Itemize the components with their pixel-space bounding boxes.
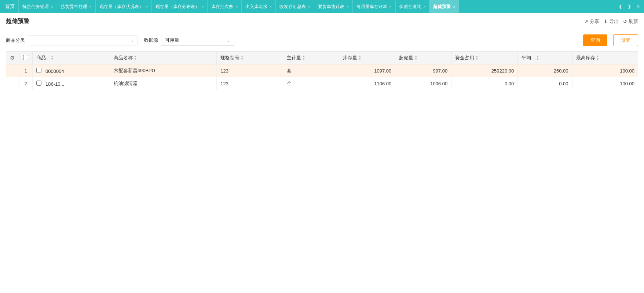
nav-close-button[interactable]: ✕ [634,0,643,13]
export-button[interactable]: ⬇ 导出 [604,18,619,25]
sort-icon-overstock: ▲▼ [414,55,417,61]
export-icon: ⬇ [604,19,608,24]
row-spec-0: 123 [217,64,283,77]
datasource-chevron-icon: ⌄ [227,38,230,43]
row-code-1: 186-10... [32,77,110,90]
row-max-stock-0: 100.00 [572,64,638,77]
th-avg: 平均... ▲▼ [518,52,572,64]
row-stock-1: 1106.00 [339,77,395,90]
nav-tab-overstock-alert[interactable]: 超储预警× [429,0,459,13]
nav-tab-available-ledger[interactable]: 可用量库存账本× [353,0,396,13]
row-unit-0: 套 [283,64,339,77]
sort-icon-max-stock: ▲▼ [596,55,599,61]
share-icon: ↗ [584,19,588,24]
close-tab-recv-summary-icon[interactable]: × [308,5,310,9]
close-tab-overstock-alert-icon[interactable]: × [453,5,455,9]
sort-icon-stock: ▲▼ [358,55,361,61]
page-title: 超储预警 [6,18,29,25]
table-header-row: ⚙ 商品... ▲▼ 商品名称 ▲▼ [6,52,638,64]
nav-arrows: ❮ ❯ ✕ [616,0,643,13]
share-button[interactable]: ↗ 分享 [584,18,599,25]
nav-tab-inventory-status[interactable]: 现存量（库存状况表）× [96,0,152,13]
th-spec: 规格型号 ▲▼ [217,52,283,64]
nav-tab-quality-check[interactable]: 保质期查询× [396,0,430,13]
table-row: 1 0000004 六配套新昌490BPG 123 套 1097.00 997.… [6,64,638,77]
row-checkbox-1[interactable] [36,81,41,86]
category-label: 商品分类 [6,37,25,44]
close-tab-task-mgmt-icon[interactable]: × [51,5,53,9]
select-all-checkbox[interactable] [23,55,28,60]
query-button[interactable]: 查询 [583,34,607,46]
header-actions: ↗ 分享 ⬇ 导出 ↺ 刷新 [584,18,638,25]
datasource-label: 数据源 [144,37,158,44]
th-unit: 主计量 ▲▼ [283,52,339,64]
close-tab-batch-icon[interactable]: × [235,5,238,9]
row-unit-1: 个 [283,77,339,90]
row-checkbox-0[interactable] [36,68,41,73]
nav-tab-abnormal[interactable]: 拣货异常处理× [57,0,96,13]
close-tab-inout-flow-icon[interactable]: × [270,5,272,9]
category-select-value [32,38,33,43]
table-container: ⚙ 商品... ▲▼ 商品名称 ▲▼ [0,51,644,90]
category-filter: 商品分类 ⌄ [6,36,138,45]
th-overstock: 超储量 ▲▼ [395,52,451,64]
category-chevron-icon: ⌄ [131,38,134,43]
th-name: 商品名称 ▲▼ [110,52,217,64]
row-gear-1 [6,77,19,90]
datasource-select[interactable]: 可用量 ⌄ [161,35,234,46]
close-tab-abnormal-icon[interactable]: × [89,5,92,9]
row-overstock-1: 1006.00 [395,77,451,90]
close-tab-inventory-dist-icon[interactable]: × [202,5,204,9]
page-content: 超储预警 ↗ 分享 ⬇ 导出 ↺ 刷新 商品分类 ⌄ 数据源 [0,13,644,293]
settings-button[interactable]: 设置 [613,34,638,46]
row-capital-1: 0.00 [451,77,518,90]
refresh-button[interactable]: ↺ 刷新 [623,18,638,25]
th-checkbox [19,52,32,64]
category-select[interactable]: ⌄ [28,36,138,45]
th-code: 商品... ▲▼ [32,52,110,64]
page-header: 超储预警 ↗ 分享 ⬇ 导出 ↺ 刷新 [0,13,644,29]
nav-tab-inventory-dist[interactable]: 现存量（库存分布表）× [152,0,208,13]
sort-icon-unit: ▲▼ [302,55,305,61]
row-gear-0 [6,64,19,77]
table-gear-icon[interactable]: ⚙ [10,55,15,61]
row-stock-0: 1097.00 [339,64,395,77]
row-name-0: 六配套新昌490BPG [110,64,217,77]
row-code-0: 0000004 [32,64,110,77]
refresh-icon: ↺ [623,19,627,24]
nav-tab-recv-summary[interactable]: 收发存汇总表× [276,0,314,13]
row-name-1: 机油滤清器 [110,77,217,90]
th-stock: 库存量 ▲▼ [339,52,395,64]
row-seq-1: 2 [19,77,32,90]
sort-icon-spec: ▲▼ [241,55,244,61]
row-seq-0: 1 [19,64,32,77]
filter-bar: 商品分类 ⌄ 数据源 可用量 ⌄ 查询 设置 [0,29,644,51]
nav-prev-button[interactable]: ❮ [616,0,625,13]
th-max-stock: 最高库存 ▲▼ [572,52,638,64]
nav-tab-task-mgmt[interactable]: 拣货任务管理× [19,0,57,13]
sort-icon-code: ▲▼ [51,55,54,61]
table-row: 2 186-10... 机油滤清器 123 个 1106.00 1006.00 … [6,77,638,90]
nav-tab-home[interactable]: 首页 [1,0,19,13]
sort-icon-avg: ▲▼ [536,55,539,61]
nav-tab-inout-flow[interactable]: 出入库流水× [242,0,276,13]
nav-next-button[interactable]: ❯ [625,0,634,13]
row-max-stock-1: 100.00 [572,77,638,90]
sort-icon-name: ▲▼ [134,55,137,61]
close-tab-inventory-status-icon[interactable]: × [146,5,148,9]
row-avg-1: 0.00 [518,77,572,90]
th-capital: 资金占用 ▲▼ [451,52,518,64]
nav-tab-order-stats[interactable]: 要货单统计表× [314,0,353,13]
close-tab-order-stats-icon[interactable]: × [347,5,349,9]
th-gear: ⚙ [6,52,19,64]
row-spec-1: 123 [217,77,283,90]
row-avg-0: 260.00 [518,64,572,77]
nav-tab-batch[interactable]: 库存批次账× [208,0,242,13]
row-capital-0: 259220.00 [451,64,518,77]
close-tab-quality-check-icon[interactable]: × [424,5,426,9]
data-table: ⚙ 商品... ▲▼ 商品名称 ▲▼ [6,51,638,90]
datasource-filter: 数据源 可用量 ⌄ [144,35,234,46]
sort-icon-capital: ▲▼ [475,55,478,61]
close-tab-available-ledger-icon[interactable]: × [389,5,392,9]
row-overstock-0: 997.00 [395,64,451,77]
